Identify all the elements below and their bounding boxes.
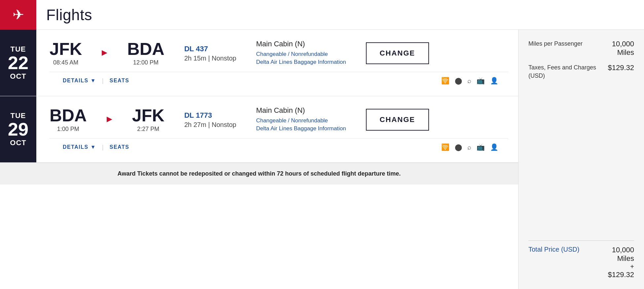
details-bar-1: DETAILS ▼ | SEATS 🛜 ⬤ ⌕ 📺 👤 — [50, 72, 508, 89]
person-icon-2: 👤 — [490, 143, 498, 151]
route-from-2: BDA 1:00 PM — [50, 107, 87, 133]
cabin-info-1: Main Cabin (N) Changeable / Nonrefundabl… — [256, 40, 346, 67]
from-code-1: JFK — [50, 40, 82, 58]
taxes-row: Taxes, Fees and Charges (USD) $129.32 — [528, 63, 634, 80]
flight-number-1: DL 437 — [184, 45, 236, 53]
date-month-2: OCT — [10, 139, 26, 147]
baggage-link-1[interactable]: Delta Air Lines Baggage Information — [256, 59, 346, 65]
main-content: TUE 22 OCT JFK 08:45 AM ▶ BDA 1 — [0, 30, 644, 289]
date-box-2: TUE 29 OCT — [0, 96, 36, 162]
pricing-panel: Miles per Passenger 10,000 Miles Taxes, … — [519, 30, 644, 289]
page-title: Flights — [36, 6, 92, 24]
change-button-2[interactable]: CHANGE — [366, 109, 429, 131]
date-month-1: OCT — [10, 72, 26, 81]
cabin-info-2: Main Cabin (N) Changeable / Nonrefundabl… — [256, 106, 346, 133]
power-icon-1: ⬤ — [455, 77, 462, 85]
flight-row-2: TUE 29 OCT BDA 1:00 PM ▶ JFK 2: — [0, 96, 518, 163]
baggage-link-2[interactable]: Delta Air Lines Baggage Information — [256, 125, 346, 132]
flight-duration-2: 2h 27m | Nonstop — [184, 121, 236, 129]
details-separator-2: | — [102, 144, 104, 151]
details-link-2[interactable]: DETAILS ▼ — [63, 144, 96, 150]
plane-icon: ✈ — [13, 7, 24, 23]
seat-icon-2: ⌕ — [467, 144, 471, 151]
flight-details-area-1: JFK 08:45 AM ▶ BDA 12:00 PM DL 437 2h 15… — [36, 30, 518, 96]
details-bar-2: DETAILS ▼ | SEATS 🛜 ⬤ ⌕ 📺 👤 — [50, 138, 508, 156]
total-row: Total Price (USD) 10,000 Miles + $129.32 — [528, 246, 634, 279]
date-day-num-1: 22 — [8, 54, 28, 72]
flight-number-2: DL 1773 — [184, 111, 236, 120]
details-link-1[interactable]: DETAILS ▼ — [63, 78, 96, 84]
cabin-title-1: Main Cabin (N) — [256, 40, 346, 48]
cabin-title-2: Main Cabin (N) — [256, 106, 346, 115]
flight-duration-1: 2h 15m | Nonstop — [184, 55, 236, 62]
flights-area: TUE 22 OCT JFK 08:45 AM ▶ BDA 1 — [0, 30, 519, 289]
to-code-1: BDA — [127, 40, 164, 58]
footer-notice: Award Tickets cannot be redeposited or c… — [0, 163, 518, 185]
screen-icon-2: 📺 — [477, 143, 485, 151]
flight-number-info-1: DL 437 2h 15m | Nonstop — [184, 45, 236, 62]
taxes-label: Taxes, Fees and Charges (USD) — [528, 63, 608, 80]
person-icon-1: 👤 — [490, 77, 498, 85]
total-label: Total Price (USD) — [528, 246, 579, 253]
changeable-link-1[interactable]: Changeable / Nonrefundable — [256, 51, 346, 58]
flight-main-row-2: BDA 1:00 PM ▶ JFK 2:27 PM DL 1773 2h 27m… — [50, 106, 508, 138]
to-time-2: 2:27 PM — [132, 126, 164, 133]
date-box-1: TUE 22 OCT — [0, 30, 36, 96]
wifi-icon-2: 🛜 — [441, 143, 449, 151]
changeable-link-2[interactable]: Changeable / Nonrefundable — [256, 117, 346, 124]
page-header: ✈ Flights — [0, 0, 644, 30]
total-miles: 10,000 — [608, 246, 634, 254]
route-to-1: BDA 12:00 PM — [127, 40, 164, 66]
miles-unit: Miles — [612, 48, 634, 57]
screen-icon-1: 📺 — [477, 77, 485, 85]
flight-number-info-2: DL 1773 2h 27m | Nonstop — [184, 111, 236, 129]
details-separator-1: | — [102, 77, 104, 84]
miles-label: Miles per Passenger — [528, 40, 583, 48]
total-fees: $129.32 — [608, 270, 634, 279]
from-time-2: 1:00 PM — [50, 126, 87, 133]
route-arrow-1: ▶ — [102, 48, 107, 57]
amenity-icons-2: 🛜 ⬤ ⌕ 📺 👤 — [441, 143, 508, 151]
date-day-num-2: 29 — [8, 120, 28, 139]
taxes-value: $129.32 — [608, 63, 634, 72]
total-miles-unit: Miles — [608, 254, 634, 263]
route-from-1: JFK 08:45 AM — [50, 40, 82, 66]
to-code-2: JFK — [132, 107, 164, 124]
seats-link-1[interactable]: SEATS — [110, 78, 129, 84]
pricing-total-section: Total Price (USD) 10,000 Miles + $129.32 — [528, 240, 634, 289]
miles-per-passenger-row: Miles per Passenger 10,000 Miles — [528, 40, 634, 57]
amenity-icons-1: 🛜 ⬤ ⌕ 📺 👤 — [441, 77, 508, 85]
seat-icon-1: ⌕ — [467, 77, 471, 85]
seats-link-2[interactable]: SEATS — [110, 144, 129, 150]
total-value-col: 10,000 Miles + $129.32 — [608, 246, 634, 279]
wifi-icon-1: 🛜 — [441, 77, 449, 85]
change-button-1[interactable]: CHANGE — [366, 42, 429, 64]
flight-details-area-2: BDA 1:00 PM ▶ JFK 2:27 PM DL 1773 2h 27m… — [36, 96, 518, 162]
total-plus: + — [630, 263, 634, 270]
flight-main-row-1: JFK 08:45 AM ▶ BDA 12:00 PM DL 437 2h 15… — [50, 40, 508, 72]
power-icon-2: ⬤ — [455, 143, 462, 151]
from-time-1: 08:45 AM — [50, 59, 82, 66]
to-time-1: 12:00 PM — [127, 59, 164, 66]
header-icon-box: ✈ — [0, 0, 36, 30]
flight-row-1: TUE 22 OCT JFK 08:45 AM ▶ BDA 1 — [0, 30, 518, 96]
miles-value: 10,000 — [612, 40, 634, 48]
route-to-2: JFK 2:27 PM — [132, 107, 164, 133]
route-arrow-2: ▶ — [107, 115, 112, 123]
from-code-2: BDA — [50, 107, 87, 124]
